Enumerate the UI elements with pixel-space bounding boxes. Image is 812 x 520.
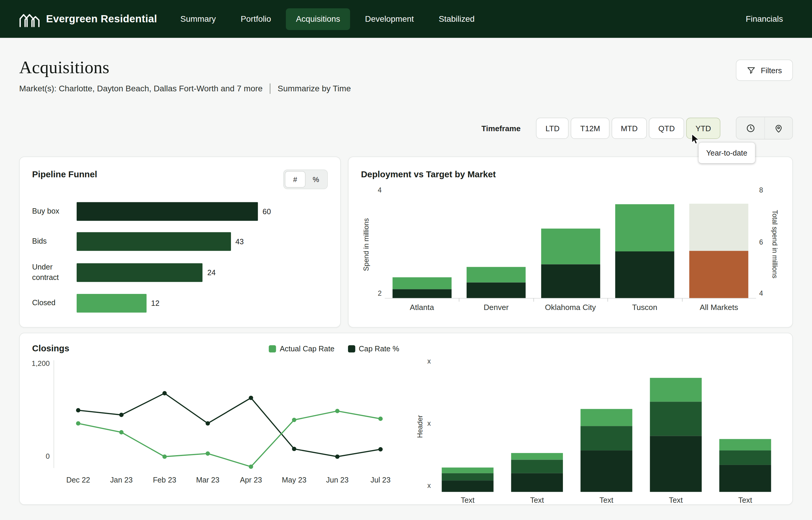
stack-bar-2[interactable] [511, 453, 563, 492]
nav-item-portfolio[interactable]: Portfolio [231, 8, 281, 30]
line-chart-x-tick: Apr 23 [240, 476, 262, 484]
deployment-axis-tick [608, 298, 608, 302]
location-pin-icon [774, 123, 783, 133]
closings-bar-plot [433, 361, 780, 492]
line-point-actual-cap-rate[interactable] [292, 418, 296, 422]
line-chart-x-tick: Jan 23 [110, 476, 133, 484]
charts-row-1: Pipeline Funnel #% Buy box60Bids43Under … [19, 156, 793, 328]
line-chart-x-tick: Jul 23 [371, 476, 391, 484]
line-point-actual-cap-rate[interactable] [162, 454, 167, 459]
deployment-bar-tuscon[interactable] [615, 204, 674, 298]
nav-item-financials[interactable]: Financials [736, 8, 793, 29]
line-point-cap-rate[interactable] [119, 413, 124, 417]
axis-tick-label: 4 [378, 186, 382, 194]
nav-item-development[interactable]: Development [355, 8, 423, 30]
deployment-category-label: Atlanta [385, 303, 459, 312]
main-content: Acquisitions Market(s): Charlotte, Dayto… [0, 57, 812, 505]
stack-slot [572, 409, 641, 492]
stack-category-label: Text [502, 496, 571, 504]
deployment-bar-base-segment [467, 283, 526, 298]
nav-item-acquisitions[interactable]: Acquisitions [286, 8, 350, 30]
deployment-bar-denver[interactable] [467, 267, 526, 298]
closings-title: Closings [32, 344, 69, 354]
line-point-cap-rate[interactable] [76, 408, 81, 413]
timeframe-option-ltd[interactable]: LTD [536, 118, 569, 139]
timeframe-option-mtd[interactable]: MTD [611, 118, 647, 139]
deployment-plot [385, 190, 756, 298]
deployment-chart: Spend in millions 42 AtlantaDenverOklaho… [361, 190, 780, 311]
deployment-axis-tick [533, 298, 534, 302]
funnel-bar-bids[interactable] [77, 232, 231, 251]
line-point-actual-cap-rate[interactable] [249, 464, 253, 469]
line-point-cap-rate[interactable] [292, 447, 296, 451]
deployment-bar-top-segment [690, 204, 749, 251]
stack-slot [433, 467, 502, 492]
line-point-actual-cap-rate[interactable] [335, 409, 340, 413]
nav-item-stabilized[interactable]: Stabilized [429, 8, 484, 30]
legend-item-actual-cap-rate: Actual Cap Rate [269, 345, 335, 353]
line-point-actual-cap-rate[interactable] [119, 430, 124, 435]
funnel-value-label: 12 [151, 299, 159, 308]
clock-icon [746, 123, 755, 133]
line-point-cap-rate[interactable] [206, 421, 210, 426]
line-point-actual-cap-rate[interactable] [206, 451, 210, 456]
funnel-bar-buy-box[interactable] [77, 202, 258, 221]
timeframe-option-qtd[interactable]: QTD [649, 118, 684, 139]
stack-segment-top [442, 467, 494, 473]
funnel-row-buy-box: Buy box60 [32, 202, 328, 221]
nav-item-summary[interactable]: Summary [171, 8, 226, 30]
subtitle-divider [270, 84, 271, 94]
deployment-slot-tuscon [608, 204, 682, 298]
closings-bar-x-axis: TextTextTextTextText [433, 496, 780, 504]
stack-bar-3[interactable] [581, 409, 632, 492]
line-point-actual-cap-rate[interactable] [379, 416, 383, 421]
funnel-category-label: Buy box [32, 206, 77, 216]
unit-toggle-count[interactable]: # [285, 171, 306, 188]
stack-bar-5[interactable] [719, 439, 771, 492]
map-view-button[interactable] [764, 117, 792, 139]
unit-toggle-percent[interactable]: % [306, 171, 326, 188]
summarize-by: Summarize by Time [278, 84, 351, 93]
deployment-slot-atlanta [385, 278, 459, 298]
deployment-x-axis: AtlantaDenverOklahoma CityTusconAll Mark… [385, 303, 756, 312]
time-view-button[interactable] [736, 117, 764, 139]
deployment-left-axis-ticks: 42 [371, 190, 385, 298]
deployment-category-label: All Markets [682, 303, 756, 312]
deployment-left-axis-label: Spend in millions [361, 190, 371, 298]
funnel-value-label: 24 [207, 268, 216, 277]
funnel-bar-closed[interactable] [77, 294, 146, 313]
line-chart-x-tick: May 23 [282, 476, 306, 484]
deployment-right-axis-label: Total spend in millions [769, 190, 780, 298]
line-point-cap-rate[interactable] [335, 454, 340, 459]
stack-segment-middle [442, 473, 494, 481]
funnel-row-closed: Closed12 [32, 294, 328, 313]
deployment-bar-oklahoma-city[interactable] [541, 229, 600, 298]
filters-button[interactable]: Filters [736, 59, 793, 81]
funnel-bar-under-contract[interactable] [77, 263, 203, 282]
deployment-bar-all-markets[interactable] [690, 204, 749, 298]
funnel-row-under-contract: Under contract24 [32, 262, 328, 283]
timeframe-option-t12m[interactable]: T12M [571, 118, 610, 139]
deployment-bar-atlanta[interactable] [392, 278, 451, 298]
deployment-slot-oklahoma-city [533, 229, 608, 298]
line-chart-x-tick: Jun 23 [326, 476, 348, 484]
stack-bar-1[interactable] [442, 467, 494, 492]
deployment-right-axis-ticks: 864 [756, 190, 769, 298]
line-chart-y-tick: 1,200 [32, 359, 50, 367]
markets-summary: Market(s): Charlotte, Dayton Beach, Dall… [19, 84, 262, 93]
closings-legend: Actual Cap RateCap Rate % [269, 345, 399, 353]
line-point-cap-rate[interactable] [379, 447, 383, 451]
stack-bar-4[interactable] [650, 378, 702, 492]
deployment-bar-top-segment [615, 204, 674, 252]
axis-tick-label: 4 [759, 289, 763, 297]
axis-tick-label: 8 [759, 186, 763, 194]
brand[interactable]: Evergreen Residential [19, 10, 157, 28]
line-point-actual-cap-rate[interactable] [76, 421, 81, 426]
line-series-cap-rate [78, 393, 381, 457]
stack-slot [711, 439, 780, 492]
stack-segment-bottom [719, 465, 771, 492]
deployment-bar-top-segment [467, 267, 526, 283]
line-point-cap-rate[interactable] [162, 391, 167, 396]
line-point-cap-rate[interactable] [249, 396, 253, 400]
deployment-axis-tick [459, 298, 459, 302]
